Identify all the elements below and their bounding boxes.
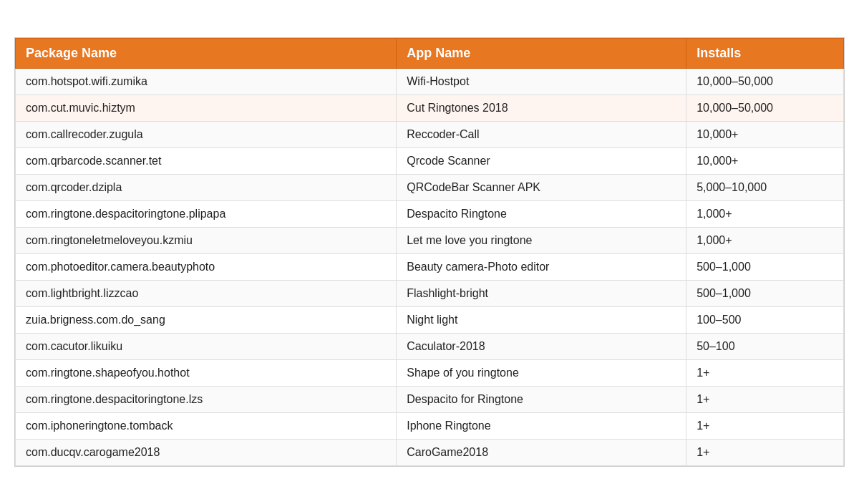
cell-installs: 1,000+ — [686, 201, 844, 228]
cell-installs: 500–1,000 — [686, 254, 844, 281]
cell-package-name: com.ringtoneletmeloveyou.kzmiu — [16, 228, 397, 254]
data-table: Package Name App Name Installs com.hotsp… — [15, 38, 844, 466]
table-row: com.ringtone.shapeofyou.hothotShape of y… — [16, 360, 844, 387]
table-row: com.qrcoder.dziplaQRCodeBar Scanner APK5… — [16, 175, 844, 201]
cell-installs: 1,000+ — [686, 228, 844, 254]
table-row: com.ringtoneletmeloveyou.kzmiuLet me lov… — [16, 228, 844, 254]
table-row: com.cut.muvic.hiztymCut Ringtones 201810… — [16, 95, 844, 122]
cell-app-name: Caculator-2018 — [397, 334, 686, 360]
table-row: com.lightbright.lizzcaoFlashlight-bright… — [16, 281, 844, 307]
table-row: zuia.brigness.com.do_sangNight light100–… — [16, 307, 844, 334]
cell-package-name: com.iphoneringtone.tomback — [16, 413, 397, 440]
cell-app-name: CaroGame2018 — [397, 440, 686, 466]
table-row: com.hotspot.wifi.zumikaWifi-Hostpot10,00… — [16, 69, 844, 95]
cell-app-name: Night light — [397, 307, 686, 334]
cell-installs: 100–500 — [686, 307, 844, 334]
table-row: com.callrecoder.zugulaReccoder-Call10,00… — [16, 122, 844, 148]
cell-app-name: Wifi-Hostpot — [397, 69, 686, 95]
cell-installs: 1+ — [686, 440, 844, 466]
table-row: com.photoeditor.camera.beautyphotoBeauty… — [16, 254, 844, 281]
cell-package-name: com.cacutor.likuiku — [16, 334, 397, 360]
cell-app-name: Despacito for Ringtone — [397, 387, 686, 413]
cell-package-name: com.ducqv.carogame2018 — [16, 440, 397, 466]
table-body: com.hotspot.wifi.zumikaWifi-Hostpot10,00… — [16, 69, 844, 466]
cell-package-name: com.lightbright.lizzcao — [16, 281, 397, 307]
header-app-name: App Name — [397, 39, 686, 69]
cell-app-name: Cut Ringtones 2018 — [397, 95, 686, 122]
cell-app-name: QRCodeBar Scanner APK — [397, 175, 686, 201]
cell-app-name: Reccoder-Call — [397, 122, 686, 148]
table-row: com.ringtone.despacitoringtone.plipapaDe… — [16, 201, 844, 228]
cell-package-name: zuia.brigness.com.do_sang — [16, 307, 397, 334]
cell-installs: 5,000–10,000 — [686, 175, 844, 201]
cell-app-name: Iphone Ringtone — [397, 413, 686, 440]
cell-package-name: com.ringtone.shapeofyou.hothot — [16, 360, 397, 387]
cell-app-name: Shape of you ringtone — [397, 360, 686, 387]
table-row: com.ringtone.despacitoringtone.lzsDespac… — [16, 387, 844, 413]
cell-app-name: Qrcode Scanner — [397, 148, 686, 175]
cell-installs: 50–100 — [686, 334, 844, 360]
cell-installs: 1+ — [686, 387, 844, 413]
main-table-container: Package Name App Name Installs com.hotsp… — [14, 37, 845, 467]
cell-installs: 10,000–50,000 — [686, 69, 844, 95]
cell-package-name: com.ringtone.despacitoringtone.plipapa — [16, 201, 397, 228]
header-installs: Installs — [686, 39, 844, 69]
table-row: com.cacutor.likuikuCaculator-201850–100 — [16, 334, 844, 360]
cell-app-name: Beauty camera-Photo editor — [397, 254, 686, 281]
table-header-row: Package Name App Name Installs — [16, 39, 844, 69]
cell-app-name: Let me love you ringtone — [397, 228, 686, 254]
cell-installs: 10,000+ — [686, 148, 844, 175]
cell-package-name: com.callrecoder.zugula — [16, 122, 397, 148]
header-package-name: Package Name — [16, 39, 397, 69]
cell-installs: 500–1,000 — [686, 281, 844, 307]
cell-app-name: Flashlight-bright — [397, 281, 686, 307]
cell-package-name: com.hotspot.wifi.zumika — [16, 69, 397, 95]
cell-package-name: com.qrcoder.dzipla — [16, 175, 397, 201]
cell-package-name: com.photoeditor.camera.beautyphoto — [16, 254, 397, 281]
table-row: com.qrbarcode.scanner.tetQrcode Scanner1… — [16, 148, 844, 175]
cell-package-name: com.qrbarcode.scanner.tet — [16, 148, 397, 175]
cell-installs: 1+ — [686, 360, 844, 387]
cell-installs: 1+ — [686, 413, 844, 440]
cell-app-name: Despacito Ringtone — [397, 201, 686, 228]
table-row: com.iphoneringtone.tombackIphone Rington… — [16, 413, 844, 440]
cell-package-name: com.cut.muvic.hiztym — [16, 95, 397, 122]
cell-installs: 10,000–50,000 — [686, 95, 844, 122]
cell-package-name: com.ringtone.despacitoringtone.lzs — [16, 387, 397, 413]
table-row: com.ducqv.carogame2018CaroGame20181+ — [16, 440, 844, 466]
cell-installs: 10,000+ — [686, 122, 844, 148]
